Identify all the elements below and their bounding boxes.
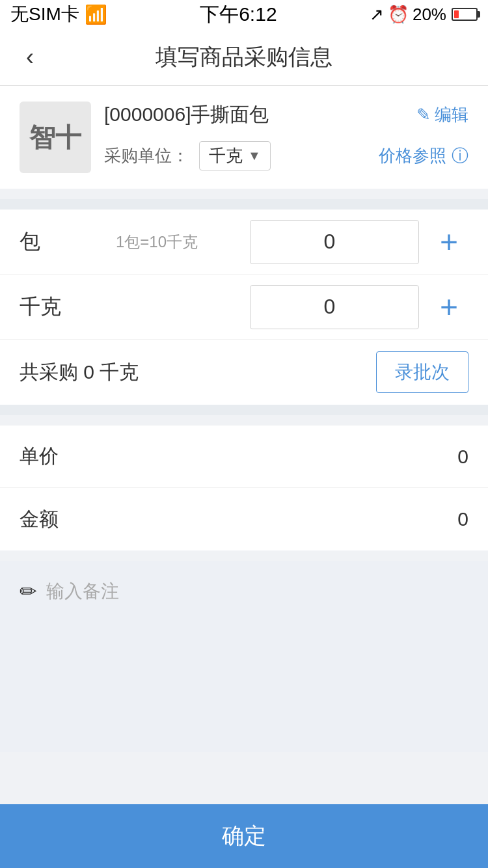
section-divider-2: [0, 405, 488, 415]
product-image: 智十: [20, 102, 91, 173]
bag-quantity-input[interactable]: [250, 220, 419, 264]
kg-input-row: 千克 +: [0, 275, 488, 340]
product-card: 智十 [0000006]手撕面包 ✎ 编辑 采购单位： 千克 ▼ 价格参照 ⓘ: [0, 86, 488, 189]
price-ref-button[interactable]: 价格参照 ⓘ: [379, 144, 468, 167]
total-row: 共采购 0 千克 录批次: [0, 340, 488, 405]
bag-input-row: 包 1包=10千克 +: [0, 210, 488, 275]
unit-arrow-icon: ▼: [248, 148, 261, 163]
pencil-icon: ✏: [20, 579, 37, 604]
unit-value: 千克: [209, 144, 243, 167]
section-divider-1: [0, 199, 488, 210]
purchase-unit-label: 采购单位：: [104, 144, 189, 167]
carrier-label: 无SIM卡: [10, 2, 79, 27]
nav-bar: ‹ 填写商品采购信息: [0, 29, 488, 86]
product-name-row: [0000006]手撕面包 ✎ 编辑: [104, 102, 468, 128]
unit-price-value: 0: [457, 446, 468, 468]
bag-sublabel: 1包=10千克: [116, 232, 198, 252]
status-right: ↗ ⏰ 20%: [370, 5, 478, 25]
unit-price-label: 单价: [20, 443, 59, 470]
confirm-button[interactable]: 确定: [222, 821, 266, 851]
kg-quantity-input[interactable]: [250, 285, 419, 329]
amount-row: 金额 0: [0, 488, 488, 550]
amount-label: 金额: [20, 506, 59, 533]
status-left: 无SIM卡 📶: [10, 2, 107, 27]
product-info: [0000006]手撕面包 ✎ 编辑 采购单位： 千克 ▼ 价格参照 ⓘ: [104, 102, 468, 170]
kg-label: 千克: [20, 293, 111, 321]
status-time: 下午6:12: [200, 1, 277, 28]
price-ref-label: 价格参照: [379, 144, 446, 167]
back-button[interactable]: ‹: [20, 37, 40, 77]
remark-section[interactable]: ✏ 输入备注: [0, 561, 488, 622]
price-ref-info-icon: ⓘ: [452, 144, 468, 167]
battery-percent: 20%: [413, 5, 446, 25]
page-title: 填写商品采购信息: [156, 42, 332, 72]
kg-field-wrap: +: [111, 285, 468, 329]
location-icon: ↗: [370, 5, 384, 25]
price-info-section: 单价 0 金额 0: [0, 426, 488, 550]
wifi-icon: 📶: [85, 4, 107, 25]
purchase-unit-row: 采购单位： 千克 ▼ 价格参照 ⓘ: [104, 141, 468, 170]
bag-field-wrap: +: [198, 220, 468, 264]
battery-icon: [452, 8, 478, 21]
edit-button[interactable]: ✎ 编辑: [416, 103, 468, 126]
alarm-icon: ⏰: [388, 5, 409, 25]
bag-label: 包: [20, 228, 111, 256]
edit-icon: ✎: [416, 105, 431, 125]
product-name: [0000006]手撕面包: [104, 102, 269, 128]
total-label: 共采购 0 千克: [20, 359, 376, 386]
content-spacer: [0, 622, 488, 752]
confirm-bar[interactable]: 确定: [0, 804, 488, 868]
status-bar: 无SIM卡 📶 下午6:12 ↗ ⏰ 20%: [0, 0, 488, 29]
quantity-section: 包 1包=10千克 + 千克 +: [0, 210, 488, 340]
edit-label: 编辑: [435, 103, 468, 126]
unit-selector[interactable]: 千克 ▼: [199, 141, 271, 170]
remark-placeholder: 输入备注: [46, 579, 119, 604]
amount-value: 0: [457, 508, 468, 530]
batch-button[interactable]: 录批次: [376, 351, 468, 393]
unit-price-row: 单价 0: [0, 426, 488, 488]
product-logo: 智十: [29, 124, 81, 150]
bag-plus-button[interactable]: +: [429, 223, 468, 262]
kg-plus-button[interactable]: +: [429, 288, 468, 327]
